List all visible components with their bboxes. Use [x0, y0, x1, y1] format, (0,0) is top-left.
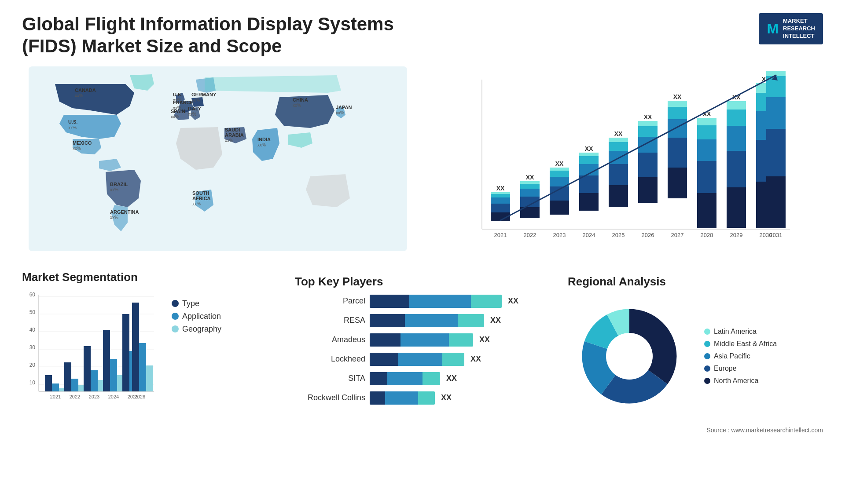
svg-text:2027: 2027: [671, 232, 684, 238]
svg-text:INDIA: INDIA: [257, 137, 271, 142]
logo-box: M MARKET RESEARCH INTELLECT: [759, 13, 823, 44]
svg-rect-133: [71, 379, 78, 391]
svg-text:XX: XX: [585, 145, 593, 152]
legend-europe: Europe: [704, 365, 777, 373]
legend-label-geography: Geography: [182, 325, 221, 334]
svg-rect-128: [45, 375, 52, 391]
legend-label-north-america: North America: [714, 377, 758, 385]
svg-text:2022: 2022: [70, 394, 80, 399]
source-text: Source : www.marketresearchintellect.com: [568, 427, 823, 434]
svg-text:2025: 2025: [612, 232, 625, 238]
svg-rect-56: [579, 193, 599, 211]
svg-rect-91: [727, 187, 746, 228]
svg-rect-136: [84, 346, 91, 391]
svg-rect-141: [110, 359, 117, 391]
regional-legend: Latin America Middle East & Africa Asia …: [704, 328, 777, 385]
svg-rect-63: [609, 185, 628, 207]
svg-text:xx%: xx%: [191, 98, 200, 102]
logo-area: M MARKET RESEARCH INTELLECT: [759, 13, 823, 44]
segmentation-legend: Type Application Geography: [172, 299, 221, 334]
legend-latin-america: Latin America: [704, 328, 777, 336]
svg-text:xx%: xx%: [293, 103, 301, 108]
svg-rect-80: [668, 107, 687, 119]
player-bar-wrap-lockheed: XX: [370, 353, 550, 366]
donut-container: Latin America Middle East & Africa Asia …: [568, 295, 823, 418]
svg-text:2026: 2026: [135, 394, 145, 399]
legend-label-middle-east-africa: Middle East & Africa: [714, 340, 777, 348]
svg-rect-66: [609, 142, 628, 151]
svg-rect-46: [520, 181, 540, 184]
svg-rect-149: [139, 343, 146, 391]
svg-rect-85: [697, 161, 716, 193]
svg-text:10: 10: [29, 380, 36, 386]
svg-rect-45: [520, 184, 540, 189]
svg-text:ARABIA: ARABIA: [225, 132, 244, 138]
player-name-sita: SITA: [295, 374, 365, 383]
legend-dot-latin-america: [704, 329, 710, 335]
legend-geography: Geography: [172, 325, 221, 334]
svg-rect-150: [146, 365, 153, 391]
svg-text:SOUTH: SOUTH: [192, 190, 209, 196]
svg-rect-144: [122, 314, 129, 391]
svg-text:BRAZIL: BRAZIL: [110, 182, 128, 187]
svg-text:2021: 2021: [50, 394, 61, 399]
svg-text:CHINA: CHINA: [293, 97, 308, 102]
bar-chart-section: XX 2021 XX 2022: [431, 66, 823, 262]
svg-rect-52: [550, 171, 569, 177]
svg-text:U.K.: U.K.: [173, 92, 183, 97]
legend-label-application: Application: [182, 312, 221, 321]
svg-text:xx%: xx%: [257, 142, 266, 147]
player-xx-amadeus: XX: [479, 335, 490, 344]
player-row-rockwell: Rockwell Collins XX: [295, 391, 550, 405]
svg-rect-137: [91, 370, 98, 391]
svg-text:MEXICO: MEXICO: [73, 140, 92, 146]
legend-dot-europe: [704, 365, 710, 372]
svg-rect-148: [132, 303, 139, 391]
svg-rect-64: [609, 164, 628, 185]
regional-title: Regional Analysis: [568, 275, 823, 289]
player-xx-resa: XX: [490, 316, 501, 325]
bar-chart-svg: XX 2021 XX 2022: [431, 71, 823, 256]
key-players-title: Top Key Players: [295, 275, 550, 289]
svg-text:40: 40: [29, 327, 36, 333]
svg-rect-37: [491, 197, 510, 204]
legend-dot-type: [172, 300, 179, 307]
svg-rect-49: [550, 201, 569, 215]
svg-rect-38: [491, 194, 510, 197]
market-segmentation-section: Market Segmentation 60 50 40 30 20 10: [22, 270, 277, 434]
page: Global Flight Information Display System…: [0, 0, 845, 504]
svg-rect-74: [638, 121, 658, 126]
legend-north-america: North America: [704, 377, 777, 385]
player-row-resa: RESA XX: [295, 314, 550, 327]
legend-type: Type: [172, 299, 221, 308]
player-xx-rockwell: XX: [441, 393, 452, 402]
svg-text:xx%: xx%: [188, 112, 196, 117]
svg-rect-81: [668, 101, 687, 107]
player-list: Parcel XX RESA: [295, 295, 550, 405]
svg-rect-44: [520, 189, 540, 197]
svg-text:xx%: xx%: [192, 201, 201, 206]
page-title: Global Flight Information Display System…: [22, 13, 418, 58]
svg-text:2021: 2021: [494, 232, 507, 238]
svg-text:xx%: xx%: [68, 125, 77, 130]
svg-text:XX: XX: [673, 93, 682, 100]
player-row-parcel: Parcel XX: [295, 295, 550, 308]
svg-rect-86: [697, 139, 716, 161]
svg-rect-95: [727, 101, 746, 110]
svg-text:CANADA: CANADA: [75, 88, 96, 93]
svg-text:xx%: xx%: [110, 187, 118, 192]
svg-rect-53: [550, 168, 569, 171]
player-bar-wrap-sita: XX: [370, 372, 550, 385]
svg-text:20: 20: [29, 362, 36, 368]
svg-text:SAUDI: SAUDI: [225, 127, 240, 132]
player-row-amadeus: Amadeus XX: [295, 333, 550, 347]
svg-rect-67: [609, 138, 628, 142]
world-map-svg: CANADA xx% U.S. xx% MEXICO xx% BRAZIL xx…: [22, 66, 414, 251]
svg-text:xx%: xx%: [110, 215, 118, 220]
svg-text:XX: XX: [614, 130, 623, 137]
svg-rect-94: [727, 110, 746, 126]
regional-analysis-section: Regional Analysis: [568, 270, 823, 434]
svg-rect-88: [697, 118, 716, 125]
player-name-parcel: Parcel: [295, 296, 365, 306]
svg-rect-107: [766, 97, 786, 129]
